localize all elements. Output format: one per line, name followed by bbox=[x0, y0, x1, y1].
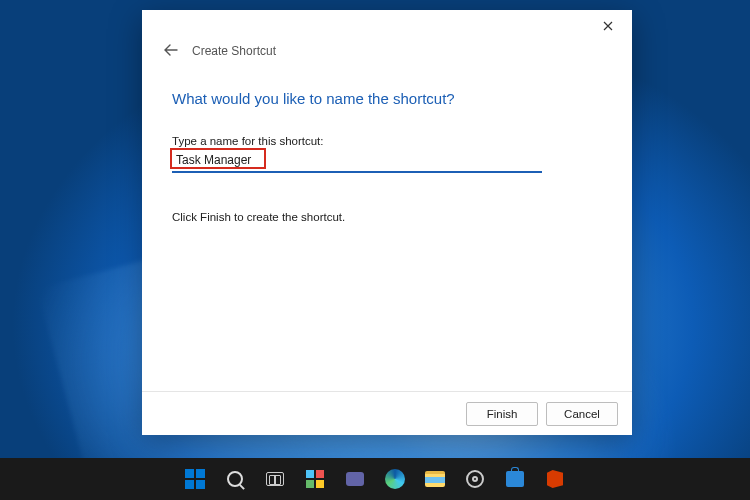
close-icon bbox=[603, 21, 613, 31]
close-button[interactable] bbox=[588, 12, 628, 40]
store-icon bbox=[506, 471, 524, 487]
widgets-button[interactable] bbox=[298, 462, 332, 496]
dialog-titlebar bbox=[142, 10, 632, 42]
dialog-content: What would you like to name the shortcut… bbox=[142, 64, 632, 391]
windows-logo-icon bbox=[185, 469, 205, 489]
task-view-button[interactable] bbox=[258, 462, 292, 496]
back-button[interactable] bbox=[160, 41, 182, 61]
dialog-header: Create Shortcut bbox=[142, 42, 632, 64]
store-button[interactable] bbox=[498, 462, 532, 496]
search-icon bbox=[227, 471, 243, 487]
search-button[interactable] bbox=[218, 462, 252, 496]
file-explorer-button[interactable] bbox=[418, 462, 452, 496]
start-button[interactable] bbox=[178, 462, 212, 496]
field-label: Type a name for this shortcut: bbox=[172, 135, 602, 147]
gear-icon bbox=[466, 470, 484, 488]
office-button[interactable] bbox=[538, 462, 572, 496]
shortcut-name-input[interactable] bbox=[172, 150, 542, 173]
chat-button[interactable] bbox=[338, 462, 372, 496]
widgets-icon bbox=[306, 470, 324, 488]
edge-button[interactable] bbox=[378, 462, 412, 496]
finish-button[interactable]: Finish bbox=[466, 402, 538, 426]
settings-button[interactable] bbox=[458, 462, 492, 496]
chat-icon bbox=[346, 472, 364, 486]
office-icon bbox=[547, 470, 563, 488]
dialog-title: Create Shortcut bbox=[192, 44, 276, 58]
taskbar bbox=[0, 458, 750, 500]
task-view-icon bbox=[266, 472, 284, 486]
main-heading: What would you like to name the shortcut… bbox=[172, 90, 602, 107]
folder-icon bbox=[425, 471, 445, 487]
back-arrow-icon bbox=[164, 44, 178, 56]
create-shortcut-dialog: Create Shortcut What would you like to n… bbox=[142, 10, 632, 435]
cancel-button[interactable]: Cancel bbox=[546, 402, 618, 426]
helper-text: Click Finish to create the shortcut. bbox=[172, 211, 602, 223]
dialog-footer: Finish Cancel bbox=[142, 391, 632, 435]
edge-icon bbox=[385, 469, 405, 489]
input-wrapper bbox=[172, 150, 542, 173]
